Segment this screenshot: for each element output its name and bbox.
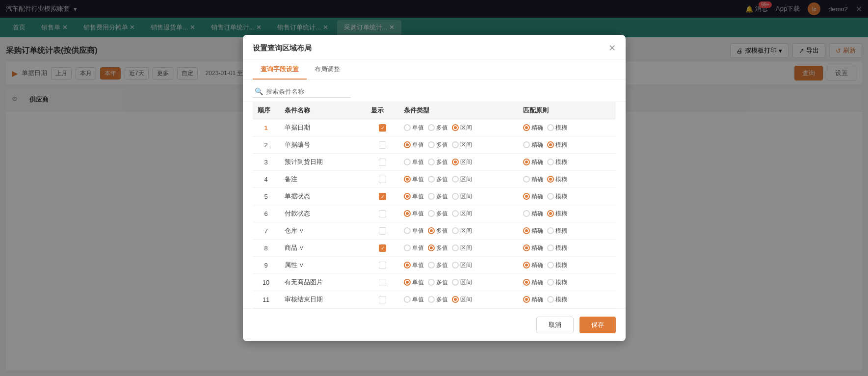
radio-circle	[404, 227, 411, 234]
row-order-number: 9	[264, 262, 267, 269]
match-radio-option[interactable]: 模糊	[547, 158, 567, 166]
modal-tab-layout[interactable]: 布局调整	[307, 60, 348, 80]
type-radio-option[interactable]: 单值	[404, 158, 424, 166]
match-radio-option[interactable]: 精确	[523, 227, 543, 235]
type-radio-option[interactable]: 多值	[428, 124, 448, 132]
match-radio-option[interactable]: 精确	[523, 244, 543, 252]
type-radio-option[interactable]: 区间	[452, 261, 472, 269]
match-radio-option[interactable]: 模糊	[547, 175, 567, 184]
search-input[interactable]	[266, 88, 349, 95]
table-row: 5单据状态单值多值区间精确模糊	[253, 188, 616, 205]
save-button[interactable]: 保存	[579, 317, 616, 333]
row-type-cell: 单值多值区间	[399, 257, 518, 274]
match-radio-option[interactable]: 模糊	[547, 227, 567, 235]
show-checkbox[interactable]	[379, 279, 386, 286]
radio-label: 单值	[412, 295, 424, 304]
match-radio-option[interactable]: 精确	[523, 124, 543, 132]
row-order-number: 10	[263, 279, 269, 286]
row-name-cell: 仓库 ∨	[280, 222, 367, 240]
row-order-cell: 8	[253, 240, 280, 257]
match-radio-option[interactable]: 模糊	[547, 278, 567, 287]
type-radio-option[interactable]: 多值	[428, 244, 448, 252]
show-checkbox[interactable]	[379, 227, 386, 235]
cancel-button[interactable]: 取消	[536, 317, 574, 333]
show-checkbox[interactable]	[379, 124, 386, 132]
type-radio-option[interactable]: 多值	[428, 175, 448, 184]
show-checkbox[interactable]	[379, 159, 386, 166]
match-radio-option[interactable]: 模糊	[547, 210, 567, 218]
type-radio-option[interactable]: 区间	[452, 141, 472, 149]
radio-circle	[404, 176, 411, 183]
type-radio-option[interactable]: 单值	[404, 175, 424, 184]
type-radio-option[interactable]: 区间	[452, 244, 472, 252]
type-radio-option[interactable]: 单值	[404, 261, 424, 269]
radio-circle	[404, 210, 411, 217]
modal-tab-query-fields[interactable]: 查询字段设置	[253, 60, 307, 80]
type-radio-option[interactable]: 多值	[428, 141, 448, 149]
type-radio-option[interactable]: 多值	[428, 278, 448, 287]
type-radio-option[interactable]: 区间	[452, 158, 472, 166]
show-checkbox[interactable]	[379, 193, 386, 200]
type-radio-option[interactable]: 区间	[452, 124, 472, 132]
match-radio-option[interactable]: 模糊	[547, 124, 567, 132]
type-radio-option[interactable]: 多值	[428, 227, 448, 235]
type-radio-option[interactable]: 单值	[404, 141, 424, 149]
row-order-number: 8	[264, 244, 267, 252]
row-name-cell: 审核结束日期	[280, 291, 367, 308]
type-radio-option[interactable]: 区间	[452, 175, 472, 184]
type-radio-option[interactable]: 单值	[404, 124, 424, 132]
radio-label: 区间	[460, 244, 472, 252]
radio-circle	[547, 141, 554, 148]
match-radio-option[interactable]: 精确	[523, 278, 543, 287]
type-radio-option[interactable]: 单值	[404, 244, 424, 252]
radio-circle	[404, 141, 411, 148]
type-radio-option[interactable]: 多值	[428, 158, 448, 166]
show-checkbox[interactable]	[379, 210, 386, 217]
radio-label: 模糊	[555, 244, 567, 252]
radio-label: 区间	[460, 158, 472, 166]
row-match-cell: 精确模糊	[518, 274, 616, 291]
match-radio-option[interactable]: 模糊	[547, 261, 567, 269]
row-type-cell: 单值多值区间	[399, 222, 518, 240]
radio-label: 精确	[531, 124, 543, 132]
type-radio-option[interactable]: 区间	[452, 227, 472, 235]
show-checkbox[interactable]	[379, 176, 386, 183]
type-radio-option[interactable]: 单值	[404, 295, 424, 304]
show-checkbox[interactable]	[379, 244, 386, 252]
radio-label: 单值	[412, 192, 424, 201]
radio-circle	[428, 176, 435, 183]
modal-close-button[interactable]: ✕	[608, 43, 616, 54]
match-radio-option[interactable]: 模糊	[547, 244, 567, 252]
match-radio-option[interactable]: 精确	[523, 158, 543, 166]
show-checkbox[interactable]	[379, 262, 386, 269]
match-radio-option[interactable]: 精确	[523, 210, 543, 218]
match-radio-option[interactable]: 精确	[523, 295, 543, 304]
match-radio-option[interactable]: 模糊	[547, 295, 567, 304]
radio-label: 模糊	[555, 295, 567, 304]
table-row: 11审核结束日期单值多值区间精确模糊	[253, 291, 616, 308]
match-radio-option[interactable]: 精确	[523, 192, 543, 201]
type-radio-option[interactable]: 多值	[428, 261, 448, 269]
type-radio-option[interactable]: 区间	[452, 210, 472, 218]
match-radio-option[interactable]: 精确	[523, 175, 543, 184]
radio-label: 模糊	[555, 210, 567, 218]
match-radio-option[interactable]: 模糊	[547, 141, 567, 149]
show-checkbox[interactable]	[379, 296, 386, 303]
radio-label: 区间	[460, 192, 472, 201]
type-radio-option[interactable]: 多值	[428, 295, 448, 304]
match-radio-option[interactable]: 精确	[523, 261, 543, 269]
show-checkbox[interactable]	[379, 141, 386, 149]
type-radio-option[interactable]: 区间	[452, 192, 472, 201]
match-radio-option[interactable]: 精确	[523, 141, 543, 149]
radio-label: 多值	[436, 210, 448, 218]
type-radio-option[interactable]: 单值	[404, 227, 424, 235]
type-radio-option[interactable]: 多值	[428, 210, 448, 218]
radio-circle	[523, 210, 530, 217]
type-radio-option[interactable]: 多值	[428, 192, 448, 201]
type-radio-option[interactable]: 单值	[404, 278, 424, 287]
type-radio-option[interactable]: 单值	[404, 210, 424, 218]
type-radio-option[interactable]: 区间	[452, 278, 472, 287]
match-radio-option[interactable]: 模糊	[547, 192, 567, 201]
type-radio-option[interactable]: 区间	[452, 295, 472, 304]
type-radio-option[interactable]: 单值	[404, 192, 424, 201]
